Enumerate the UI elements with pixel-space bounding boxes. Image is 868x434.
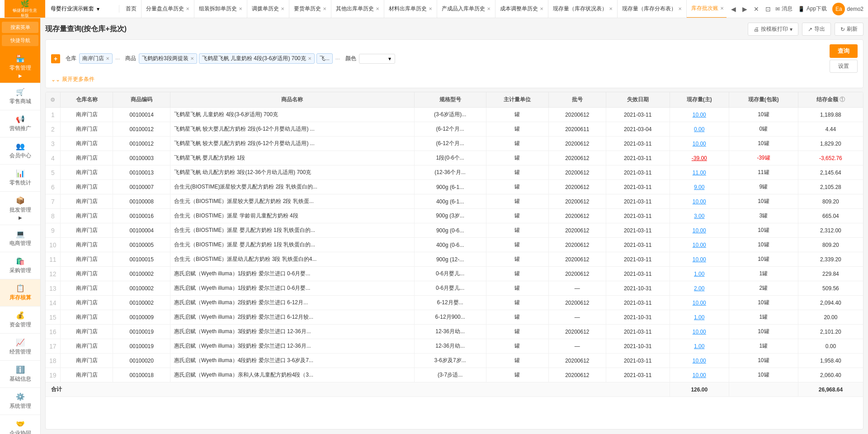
row-stock-main[interactable]: 10.00 bbox=[670, 137, 729, 151]
trending-icon: 📈 bbox=[16, 338, 25, 347]
close-icon[interactable]: ✕ bbox=[281, 6, 284, 11]
row-stock-main[interactable]: 10.00 bbox=[670, 238, 729, 252]
sidebar-item-ecommerce[interactable]: 💻 电商管理 bbox=[0, 225, 40, 252]
row-warehouse: 南岸门店 bbox=[60, 194, 113, 209]
product-tag-2[interactable]: 飞鹤星飞帆 儿童奶粉 4段(3-6岁适用) 700克 ✕ bbox=[199, 53, 315, 64]
tab-diaopo[interactable]: 调拨单历史 ✕ bbox=[247, 0, 289, 18]
row-stock-main[interactable]: 10.00 bbox=[670, 194, 729, 209]
row-stock-main[interactable]: 10.00 bbox=[670, 368, 729, 382]
print-button[interactable]: 🖨 按模板打印 ▾ bbox=[748, 23, 798, 36]
sidebar-item-inventory[interactable]: 📋 库存核算 bbox=[0, 279, 40, 307]
industry-selector[interactable]: 母婴行业演示账套 ▾ bbox=[47, 5, 119, 13]
sidebar-item-retail-stats[interactable]: 📊 零售统计 bbox=[0, 165, 40, 192]
query-buttons: 查询 设置 bbox=[830, 44, 858, 73]
close-icon[interactable]: ✕ bbox=[540, 6, 543, 11]
sidebar-item-member[interactable]: 👥 会员中心 bbox=[0, 137, 40, 165]
tag-close-icon[interactable]: ✕ bbox=[190, 56, 194, 61]
tab-kucunpici[interactable]: 库存批次账 ✕ bbox=[687, 0, 726, 18]
row-stock-main[interactable]: 10.00 bbox=[670, 223, 729, 238]
color-select[interactable]: ▾ bbox=[359, 54, 395, 64]
export-button[interactable]: ↗ 导出 bbox=[802, 23, 831, 36]
row-stock-main[interactable]: 10.00 bbox=[670, 108, 729, 122]
row-name: 惠氏启赋（Wyeth illuma）2段奶粉 爱尔兰进口 6-12月... bbox=[170, 296, 415, 310]
table-row: 4 南岸门店 00100003 飞鹤星飞帆 婴儿配方奶粉 1段 1段(0-6个.… bbox=[46, 151, 863, 165]
sidebar-item-collab[interactable]: 🤝 企业协同 bbox=[0, 415, 40, 434]
row-batch: 20200611 bbox=[549, 122, 606, 137]
row-stock-main[interactable]: 10.00 bbox=[670, 325, 729, 339]
row-stock-main[interactable]: 10.00 bbox=[670, 296, 729, 310]
sidebar-item-operations[interactable]: 📈 经营管理 bbox=[0, 334, 40, 361]
query-button[interactable]: 查询 bbox=[830, 44, 858, 58]
close-icon[interactable]: ✕ bbox=[323, 6, 326, 11]
app-download-btn[interactable]: 📱 App下载 bbox=[798, 5, 827, 13]
row-stock-main[interactable]: 1.00 bbox=[670, 339, 729, 354]
more-options-icon[interactable]: ··· bbox=[335, 56, 340, 62]
sidebar-item-purchase[interactable]: 🛍️ 采购管理 bbox=[0, 252, 40, 279]
refresh-button[interactable]: ↻ 刷新 bbox=[835, 23, 863, 36]
row-stock-main[interactable]: 2.00 bbox=[670, 281, 729, 296]
tab-fenbpan[interactable]: 分量盘点单历史 ✕ bbox=[142, 0, 194, 18]
row-expire: 2021-03-11 bbox=[606, 165, 670, 180]
tab-chancheng[interactable]: 产成品入库单历史 ✕ bbox=[437, 0, 495, 18]
close-icon[interactable]: ✕ bbox=[186, 6, 189, 11]
row-code: 00100018 bbox=[113, 368, 170, 382]
close-icon[interactable]: ✕ bbox=[239, 6, 242, 11]
close-icon[interactable]: ✕ bbox=[609, 6, 613, 11]
tab-home[interactable]: 首页 bbox=[121, 0, 142, 18]
filter-color: 颜色 ▾ bbox=[345, 54, 395, 64]
product-tag-more[interactable]: 飞... bbox=[316, 53, 333, 64]
more-options-icon[interactable]: ··· bbox=[115, 56, 120, 62]
warehouse-tag[interactable]: 南岸门店 ✕ bbox=[79, 53, 113, 64]
tab-qitachuku[interactable]: 其他出库单历史 ✕ bbox=[331, 0, 384, 18]
row-warehouse: 南岸门店 bbox=[60, 281, 113, 296]
row-stock-main[interactable]: 3.00 bbox=[670, 209, 729, 223]
sidebar-item-marketing[interactable]: 📢 营销推广 bbox=[0, 110, 40, 137]
arrow-right-icon[interactable]: ▶ bbox=[740, 5, 750, 13]
expand-row-button[interactable]: + bbox=[51, 54, 60, 63]
tab-xiancun1[interactable]: 现存量（库存状况表）✕ bbox=[548, 0, 618, 18]
row-stock-main[interactable]: 10.00 bbox=[670, 252, 729, 267]
message-btn[interactable]: ✉ 消息 bbox=[775, 5, 793, 13]
close-icon[interactable]: ✕ bbox=[487, 6, 491, 11]
tag-close-icon[interactable]: ✕ bbox=[308, 56, 311, 61]
row-stock-main[interactable]: -39.00 bbox=[670, 151, 729, 165]
sidebar-item-finance[interactable]: 💰 资金管理 bbox=[0, 307, 40, 334]
row-batch: 20200612 bbox=[549, 252, 606, 267]
tab-zuzhuang[interactable]: 组装拆卸单历史 ✕ bbox=[194, 0, 247, 18]
row-warehouse: 南岸门店 bbox=[60, 354, 113, 368]
gear-icon[interactable]: ⚙ bbox=[50, 97, 55, 103]
close-icon[interactable]: ✕ bbox=[678, 6, 682, 11]
product-tag-1[interactable]: 飞鹤奶粉3段两提装 ✕ bbox=[139, 53, 197, 64]
close-icon[interactable]: ✕ bbox=[376, 6, 379, 11]
row-stock-main[interactable]: 9.00 bbox=[670, 180, 729, 194]
row-stock-main[interactable]: 10.00 bbox=[670, 354, 729, 368]
row-index: 12 bbox=[46, 267, 60, 281]
expand-conditions-btn[interactable]: ⌄⌄ 展开更多条件 bbox=[51, 75, 858, 83]
row-stock-main[interactable]: 0.00 bbox=[670, 122, 729, 137]
export-icon: ↗ bbox=[808, 26, 812, 33]
row-stock-main[interactable]: 1.00 bbox=[670, 267, 729, 281]
maximize-icon[interactable]: ⊡ bbox=[763, 5, 774, 13]
row-unit: 罐 bbox=[486, 368, 548, 382]
search-english-btn[interactable]: 搜索英单 bbox=[2, 22, 38, 33]
close-icon[interactable]: ✕ bbox=[720, 6, 724, 11]
tab-yaohuo[interactable]: 要货单历史 ✕ bbox=[289, 0, 331, 18]
quick-nav-btn[interactable]: 快捷导航 bbox=[2, 35, 38, 46]
close-icon[interactable]: ✕ bbox=[429, 6, 432, 11]
sidebar-item-retail-mall[interactable]: 🛒 零售商城 bbox=[0, 83, 40, 110]
row-stock-main[interactable]: 1.00 bbox=[670, 310, 729, 325]
tab-chengben[interactable]: 成本调整单历史 ✕ bbox=[495, 0, 548, 18]
user-avatar[interactable]: Ea demo2 bbox=[832, 3, 863, 15]
tab-xiancun2[interactable]: 现存量（库存分布表）✕ bbox=[618, 0, 687, 18]
sidebar-item-system[interactable]: ⚙️ 系统管理 bbox=[0, 388, 40, 415]
tab-cailiao[interactable]: 材料出库单历史 ✕ bbox=[384, 0, 437, 18]
settings-button[interactable]: 设置 bbox=[830, 60, 858, 73]
row-batch: 20200612 bbox=[549, 209, 606, 223]
row-stock-main[interactable]: 11.00 bbox=[670, 165, 729, 180]
sidebar-item-basic-info[interactable]: ℹ️ 基础信息 bbox=[0, 361, 40, 388]
sidebar-item-wholesale[interactable]: 📦 批发管理 ▶ bbox=[0, 192, 40, 225]
tag-close-icon[interactable]: ✕ bbox=[106, 56, 109, 61]
sidebar-item-retail-mgmt[interactable]: 🏪 零售管理 ▶ bbox=[0, 50, 40, 83]
arrow-left-icon[interactable]: ◀ bbox=[728, 5, 739, 13]
close-icon[interactable]: ✕ bbox=[751, 5, 762, 13]
